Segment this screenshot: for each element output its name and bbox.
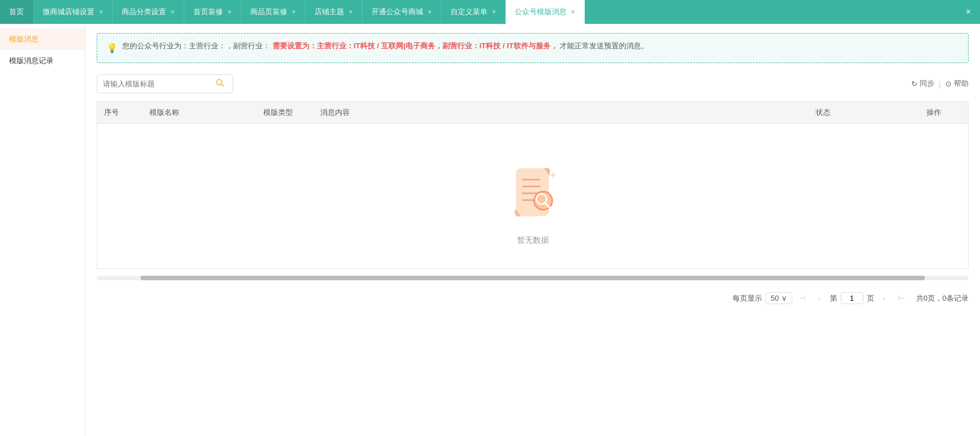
tab-template-label: 公众号模版消息 <box>515 7 567 17</box>
page-total: 共0页，0条记录 <box>916 293 969 304</box>
tab-home[interactable]: 首页 <box>0 0 34 24</box>
notice-text: 您的公众号行业为：主营行业：，副营行业： 需要设置为：主营行业：IT科技 / 互… <box>122 40 648 52</box>
sync-icon: ↻ <box>911 80 917 88</box>
tab-bar-close-all[interactable]: × <box>957 7 980 17</box>
page-size-label: 每页显示 <box>733 293 762 304</box>
tab-custommenu[interactable]: 自定义菜单 × <box>441 0 506 24</box>
tab-productpage-close[interactable]: × <box>292 8 296 16</box>
tab-openstore[interactable]: 开通公众号商城 × <box>362 0 441 24</box>
svg-line-1 <box>221 84 224 86</box>
table-header: 序号 模版名称 模版类型 消息内容 状态 操作 <box>97 102 968 124</box>
tab-theme-label: 店铺主题 <box>315 7 344 17</box>
scroll-thumb[interactable] <box>140 276 925 280</box>
col-header-content: 消息内容 <box>313 102 809 123</box>
col-header-seq: 序号 <box>97 102 143 123</box>
help-button[interactable]: ⊙ 帮助 <box>945 78 969 89</box>
tab-category-label: 商品分类设置 <box>122 7 166 17</box>
chevron-down-icon: ∨ <box>781 294 787 302</box>
tab-category-close[interactable]: × <box>171 8 175 16</box>
next-page-button[interactable]: › <box>878 292 891 305</box>
empty-state: 暂无数据 <box>97 124 968 268</box>
tab-template-close[interactable]: × <box>571 8 575 16</box>
tab-productpage-label: 商品页装修 <box>250 7 287 17</box>
tab-wshop[interactable]: 微商城店铺设置 × <box>34 0 113 24</box>
tab-category[interactable]: 商品分类设置 × <box>113 0 184 24</box>
divider: | <box>939 80 941 88</box>
tab-productpage[interactable]: 商品页装修 × <box>241 0 305 24</box>
sidebar-item-template-record[interactable]: 模版消息记录 <box>0 50 85 72</box>
col-header-type: 模版类型 <box>257 102 313 123</box>
tab-custommenu-close[interactable]: × <box>492 8 496 16</box>
main-layout: 模版消息 模版消息记录 💡 您的公众号行业为：主营行业：，副营行业： 需要设置为… <box>0 24 980 436</box>
tab-custommenu-label: 自定义菜单 <box>450 7 487 17</box>
notice-icon: 💡 <box>106 41 118 56</box>
last-page-button[interactable]: ⊢ <box>895 292 908 305</box>
tab-openstore-close[interactable]: × <box>428 8 432 16</box>
search-input[interactable] <box>97 76 211 92</box>
sidebar-item-template-msg[interactable]: 模版消息 <box>0 28 85 50</box>
tab-homepage-label: 首页装修 <box>193 7 223 17</box>
notice-box: 💡 您的公众号行业为：主营行业：，副营行业： 需要设置为：主营行业：IT科技 /… <box>97 33 969 63</box>
pagination: 每页显示 50 ∨ ⊣ ‹ 第 页 › ⊢ 共0页，0条记录 <box>97 287 969 308</box>
first-page-button[interactable]: ⊣ <box>796 292 809 305</box>
search-input-wrapper[interactable] <box>97 74 233 93</box>
tab-openstore-label: 开通公众号商城 <box>371 7 423 17</box>
tab-bar: 首页 微商城店铺设置 × 商品分类设置 × 首页装修 × 商品页装修 × 店铺主… <box>0 0 980 24</box>
search-right-actions: ↻ 同步 | ⊙ 帮助 <box>911 78 969 89</box>
tab-homepage-close[interactable]: × <box>228 8 231 16</box>
empty-text: 暂无数据 <box>97 235 968 246</box>
sync-button[interactable]: ↻ 同步 <box>911 78 934 89</box>
col-header-name: 模版名称 <box>143 102 257 123</box>
empty-illustration <box>499 158 567 226</box>
tab-wshop-close[interactable]: × <box>99 8 103 16</box>
page-size-value: 50 <box>771 294 779 302</box>
tab-wshop-label: 微商城店铺设置 <box>43 7 94 17</box>
sidebar: 模版消息 模版消息记录 <box>0 24 85 436</box>
page-unit-label: 页 <box>867 293 874 304</box>
search-button[interactable] <box>211 75 229 93</box>
tab-home-label: 首页 <box>9 7 24 17</box>
col-header-action: 操作 <box>900 102 968 123</box>
data-table: 序号 模版名称 模版类型 消息内容 状态 操作 <box>97 101 969 269</box>
tab-theme[interactable]: 店铺主题 × <box>305 0 362 24</box>
tab-homepage[interactable]: 首页装修 × <box>184 0 241 24</box>
search-bar: ↻ 同步 | ⊙ 帮助 <box>97 74 969 93</box>
page-word: 第 <box>830 293 837 304</box>
tab-theme-close[interactable]: × <box>349 8 353 16</box>
prev-page-button[interactable]: ‹ <box>813 292 826 305</box>
col-header-status: 状态 <box>809 102 900 123</box>
tab-template[interactable]: 公众号模版消息 × <box>506 0 585 24</box>
content-area: 💡 您的公众号行业为：主营行业：，副营行业： 需要设置为：主营行业：IT科技 /… <box>85 24 980 436</box>
help-icon: ⊙ <box>945 80 952 88</box>
horizontal-scrollbar[interactable] <box>97 276 969 280</box>
page-size-select[interactable]: 50 ∨ <box>766 292 792 304</box>
page-number-input[interactable] <box>841 292 863 304</box>
